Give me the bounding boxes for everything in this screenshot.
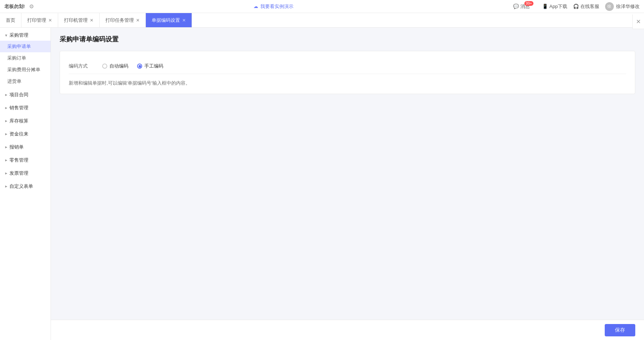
- sidebar-group-purchase-mgmt-title[interactable]: ▼ 采购管理: [0, 29, 51, 41]
- user-area[interactable]: 徐 徐泽华修改: [605, 2, 640, 11]
- message-button[interactable]: 💬 消息 99+: [513, 3, 530, 10]
- app-download-button[interactable]: 📱 App下载: [542, 3, 567, 10]
- radio-auto-code[interactable]: 自动编码: [102, 63, 128, 69]
- sidebar-group-sales-mgmt: ▼ 销售管理: [0, 102, 51, 113]
- top-bar-left: 老板勿划! ⚙: [4, 3, 34, 10]
- content-area: 采购申请单编码设置 编码方式 自动编码 手工编码: [51, 28, 644, 340]
- top-bar-center: ☁ 我要看实例演示: [253, 3, 293, 10]
- sidebar-group-sales-mgmt-label: 销售管理: [9, 105, 28, 111]
- support-label: 在线客服: [580, 3, 599, 10]
- sidebar-group-purchase-mgmt-items: 采购申请单 采购订单 采购费用分摊单 进货单: [0, 41, 51, 87]
- sidebar-group-invoice-mgmt-label: 发票管理: [9, 170, 28, 177]
- sidebar-group-custom-form-arrow: ▼: [4, 185, 8, 188]
- save-button[interactable]: 保存: [605, 324, 635, 336]
- radio-auto-label: 自动编码: [109, 63, 128, 69]
- sidebar-group-invoice-mgmt-arrow: ▼: [4, 171, 8, 175]
- window-close-button[interactable]: ✕: [632, 15, 644, 29]
- sidebar-group-returns-title[interactable]: ▼ 报销单: [0, 141, 51, 153]
- tab-home[interactable]: 首页: [0, 13, 21, 27]
- sidebar-group-purchase-mgmt-arrow: ▼: [4, 33, 8, 37]
- sidebar-item-purchase-order[interactable]: 采购订单: [0, 52, 51, 64]
- support-icon: 🎧: [573, 4, 579, 9]
- settings-icon[interactable]: ⚙: [29, 3, 34, 10]
- sidebar-group-inventory-arrow: ▼: [4, 119, 8, 123]
- tab-print-mgmt-close[interactable]: ✕: [48, 18, 52, 23]
- sidebar-group-returns: ▼ 报销单: [0, 141, 51, 153]
- sidebar-group-retail-mgmt-title[interactable]: ▼ 零售管理: [0, 154, 51, 166]
- top-bar: 老板勿划! ⚙ ☁ 我要看实例演示 💬 消息 99+ 📱 App下载 🎧 在线客…: [0, 0, 644, 13]
- sidebar-group-invoice-mgmt: ▼ 发票管理: [0, 167, 51, 179]
- sidebar-group-purchase-mgmt: ▼ 采购管理 采购申请单 采购订单 采购费用分摊单 进货单: [0, 29, 51, 87]
- top-bar-right: 💬 消息 99+ 📱 App下载 🎧 在线客服 徐 徐泽华修改: [513, 2, 640, 11]
- sidebar-group-capital: ▼ 资金往来: [0, 128, 51, 139]
- support-button[interactable]: 🎧 在线客服: [573, 3, 599, 10]
- sidebar-group-retail-mgmt-arrow: ▼: [4, 158, 8, 162]
- sidebar-group-capital-label: 资金往来: [9, 131, 28, 137]
- sidebar-item-purchase-expense[interactable]: 采购费用分摊单: [0, 64, 51, 76]
- sidebar-group-inventory-title[interactable]: ▼ 库存核算: [0, 115, 51, 126]
- sidebar-group-capital-arrow: ▼: [4, 132, 8, 136]
- sidebar-group-sales-mgmt-title[interactable]: ▼ 销售管理: [0, 102, 51, 113]
- tab-home-label: 首页: [6, 17, 15, 24]
- hint-text: 新增和编辑单据时,可以编辑'单据编码号'输入框中的内容。: [69, 80, 626, 86]
- sidebar-group-project-contract-arrow: ▼: [4, 93, 8, 97]
- app-download-label: App下载: [549, 3, 567, 10]
- sidebar-group-capital-title[interactable]: ▼ 资金往来: [0, 128, 51, 139]
- message-badge: 99+: [524, 1, 533, 6]
- sidebar-group-project-contract: ▼ 项目合同: [0, 89, 51, 100]
- sidebar-group-project-contract-title[interactable]: ▼ 项目合同: [0, 89, 51, 100]
- message-icon: 💬: [513, 4, 519, 9]
- sidebar-item-purchase-request[interactable]: 采购申请单: [0, 41, 51, 52]
- tab-print-mgmt[interactable]: 打印管理 ✕: [21, 13, 58, 27]
- tab-print-mgmt-label: 打印管理: [27, 17, 46, 24]
- sidebar-group-sales-mgmt-arrow: ▼: [4, 106, 8, 110]
- sidebar-group-returns-arrow: ▼: [4, 145, 8, 149]
- tab-print-task-mgmt-close[interactable]: ✕: [136, 18, 140, 23]
- window-close-icon: ✕: [636, 18, 641, 25]
- sidebar-group-retail-mgmt-label: 零售管理: [9, 157, 28, 163]
- page-title: 采购申请单编码设置: [60, 35, 635, 44]
- tab-print-task-mgmt[interactable]: 打印任务管理 ✕: [100, 13, 146, 27]
- page-footer: 保存: [51, 320, 644, 340]
- encoding-card: 编码方式 自动编码 手工编码 新增和编辑单据时,可以编辑'单据编码号'输入框中的…: [60, 51, 635, 94]
- radio-manual-code[interactable]: 手工编码: [137, 63, 163, 69]
- page-body: 采购申请单编码设置 编码方式 自动编码 手工编码: [51, 28, 644, 320]
- sidebar-group-custom-form-label: 自定义表单: [9, 183, 33, 190]
- cloud-icon: ☁: [253, 4, 258, 9]
- tab-printer-mgmt-label: 打印机管理: [64, 17, 88, 24]
- encoding-row: 编码方式 自动编码 手工编码: [69, 58, 626, 74]
- main-layout: ▼ 采购管理 采购申请单 采购订单 采购费用分摊单 进货单 ▼ 项目合同 ▼ 销…: [0, 28, 644, 340]
- sidebar: ▼ 采购管理 采购申请单 采购订单 采购费用分摊单 进货单 ▼ 项目合同 ▼ 销…: [0, 28, 51, 340]
- sidebar-group-project-contract-label: 项目合同: [9, 92, 28, 98]
- sidebar-group-custom-form: ▼ 自定义表单: [0, 180, 51, 192]
- sidebar-group-inventory-label: 库存核算: [9, 118, 28, 124]
- sidebar-group-inventory: ▼ 库存核算: [0, 115, 51, 126]
- sidebar-group-retail-mgmt: ▼ 零售管理: [0, 154, 51, 166]
- brand-label: 老板勿划!: [4, 3, 25, 10]
- tab-printer-mgmt[interactable]: 打印机管理 ✕: [58, 13, 100, 27]
- encoding-label: 编码方式: [69, 63, 91, 69]
- radio-manual-label: 手工编码: [144, 63, 163, 69]
- sidebar-group-custom-form-title[interactable]: ▼ 自定义表单: [0, 180, 51, 192]
- demo-link[interactable]: 我要看实例演示: [260, 3, 293, 10]
- tab-single-code-setting-close[interactable]: ✕: [182, 18, 186, 23]
- sidebar-item-stock-in[interactable]: 进货单: [0, 76, 51, 87]
- sidebar-group-purchase-mgmt-label: 采购管理: [9, 32, 28, 39]
- radio-manual-circle[interactable]: [137, 64, 142, 69]
- tab-single-code-setting[interactable]: 单据编码设置 ✕: [146, 13, 192, 27]
- sidebar-group-invoice-mgmt-title[interactable]: ▼ 发票管理: [0, 167, 51, 179]
- user-name: 徐泽华修改: [616, 3, 640, 10]
- avatar: 徐: [605, 2, 614, 11]
- radio-auto-circle[interactable]: [102, 64, 107, 69]
- tab-bar: 首页 打印管理 ✕ 打印机管理 ✕ 打印任务管理 ✕ 单据编码设置 ✕: [0, 13, 644, 28]
- sidebar-group-returns-label: 报销单: [9, 144, 24, 150]
- tab-single-code-setting-label: 单据编码设置: [152, 17, 180, 24]
- tab-print-task-mgmt-label: 打印任务管理: [105, 17, 134, 24]
- app-download-icon: 📱: [542, 4, 548, 9]
- radio-group: 自动编码 手工编码: [102, 63, 163, 69]
- tab-printer-mgmt-close[interactable]: ✕: [90, 18, 93, 23]
